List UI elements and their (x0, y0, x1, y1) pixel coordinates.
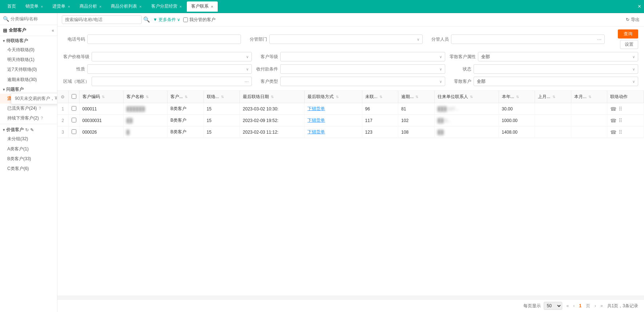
my-customer-checkbox[interactable] (183, 17, 188, 22)
action-phone-icon-0[interactable]: ☎ (610, 106, 616, 112)
search-button[interactable]: 🔍 (143, 16, 150, 23)
person-label: 分管人员 (427, 36, 449, 42)
region-more-icon[interactable]: ··· (245, 78, 249, 84)
customer-level-select[interactable]: ∨ (280, 52, 445, 61)
tab-goods-analysis-close[interactable]: × (99, 4, 101, 9)
payment-select[interactable]: ∨ (280, 64, 445, 74)
zero-attr-select[interactable]: 全部 ∨ (478, 52, 638, 61)
tab-sales[interactable]: 销货单 × (21, 1, 47, 12)
th-overdue[interactable]: 逾期... ⇅ (398, 91, 435, 103)
person-more-icon[interactable]: ··· (597, 36, 601, 42)
th-contact[interactable]: 联络... ⇅ (204, 91, 240, 103)
zero-customer-select[interactable]: 全部 ∨ (474, 77, 638, 86)
sidebar-item-today[interactable]: 今天待联络(0) (0, 45, 57, 55)
td-checkbox-0[interactable] (68, 103, 79, 115)
action-more-icon-1[interactable]: ⠿ (619, 118, 622, 123)
sidebar-search-input[interactable] (11, 16, 54, 21)
sidebar-item-week[interactable]: 近7天待联络(0) (0, 65, 57, 74)
th-contact-person[interactable]: 往来单位联系人 ⇅ (434, 91, 499, 103)
nature-select[interactable]: ∨ (87, 64, 252, 74)
tab-customer-contact[interactable]: 客户联系 × (187, 1, 217, 12)
th-settings[interactable]: ⚙ (57, 91, 68, 103)
action-more-icon-0[interactable]: ⠿ (619, 106, 622, 112)
sidebar-item-churned[interactable]: 已流失客户(24) ? (0, 104, 57, 113)
select-all-checkbox[interactable] (72, 94, 76, 99)
customer-type-label: 客户类型 (256, 78, 278, 85)
th-last-method[interactable]: 最后联络方式 ⇅ (305, 91, 362, 103)
tab-goods-list[interactable]: 商品分析列表 × (106, 1, 146, 12)
customer-type-select[interactable]: ∨ (280, 77, 445, 86)
sidebar-item-overdue[interactable]: 逾期未联络(30) (0, 75, 57, 85)
th-unlinking[interactable]: 未联... ⇅ (362, 91, 398, 103)
td-name-2: █ (123, 126, 167, 138)
action-more-icon-2[interactable]: ⠿ (619, 129, 622, 135)
region-select[interactable]: ··· (92, 77, 252, 86)
tab-purchase[interactable]: 进货单 × (48, 1, 74, 12)
tab-customer-contact-close[interactable]: × (211, 4, 213, 9)
sidebar-item-ungroup[interactable]: 未分组(32) (0, 134, 57, 144)
page-size-select[interactable]: 50 100 200 (544, 302, 562, 310)
zero-attr-chevron-icon: ∨ (632, 55, 635, 59)
td-overdue-1: 102 (398, 115, 435, 126)
first-page-btn[interactable]: « (565, 303, 571, 309)
value-refresh-icon[interactable]: ↻ (25, 127, 29, 133)
sidebar-section-pending[interactable]: ▾ 待联络客户 (0, 36, 57, 45)
person-select[interactable]: ··· (451, 35, 605, 44)
scrollbar-area[interactable] (57, 296, 644, 299)
tab-customer-tier[interactable]: 客户分层经营 × (147, 1, 186, 12)
zero-customer-label: 零散客户 (450, 78, 471, 85)
tab-goods-list-close[interactable]: × (139, 4, 141, 9)
action-phone-icon-2[interactable]: ☎ (610, 129, 616, 135)
problem-arrow: ▾ (3, 88, 5, 92)
tab-home[interactable]: 首页 (3, 1, 20, 12)
window-close-icon[interactable]: × (638, 3, 641, 10)
td-last-method-2[interactable]: 下销货单 (305, 126, 362, 138)
td-checkbox-1[interactable] (68, 115, 79, 126)
sidebar-collapse-btn[interactable]: « (52, 28, 54, 33)
sidebar-item-declining[interactable]: 持续下滑客户(2) ? (0, 113, 57, 123)
sidebar-section-value[interactable]: ▾ 价值客户 ↻ ✎ (0, 125, 57, 134)
tab-sales-close[interactable]: × (41, 4, 43, 9)
next-page-btn[interactable]: › (593, 303, 597, 309)
phone-input[interactable] (87, 35, 241, 44)
more-conditions-btn[interactable]: ▼ 更多条件 ∨ (153, 17, 180, 23)
prev-page-btn[interactable]: ‹ (572, 303, 576, 309)
th-level[interactable]: 客户... ⇅ (167, 91, 204, 103)
customer-level-label: 客户等级 (256, 54, 278, 60)
filter-bar: 🔍 ▼ 更多条件 ∨ 我分管的客户 ↻ 导出 (57, 13, 644, 27)
sidebar-section-problem[interactable]: ▾ 问题客户 (0, 85, 57, 94)
sidebar-item-tomorrow[interactable]: 明天待联络(1) (0, 55, 57, 65)
advanced-filter-panel: 电话号码 分管部门 ∨ 分管人员 ··· (57, 27, 644, 91)
tab-goods-analysis[interactable]: 商品分析 × (75, 1, 106, 12)
th-this-month[interactable]: 本月... ⇅ (571, 91, 607, 103)
th-last-month[interactable]: 上月... ⇅ (535, 91, 571, 103)
tab-purchase-close[interactable]: × (68, 4, 70, 9)
td-last-method-0[interactable]: 下销货单 (305, 103, 362, 115)
query-button[interactable]: 查询 (618, 29, 638, 39)
my-customer-checkbox-label[interactable]: 我分管的客户 (183, 17, 216, 23)
settings-button[interactable]: 设置 (620, 40, 638, 49)
th-code[interactable]: 客户编码 ⇅ (79, 91, 123, 103)
export-btn[interactable]: ↻ 导出 (626, 17, 640, 23)
price-level-select[interactable]: ∨ (92, 52, 252, 61)
tab-customer-tier-close[interactable]: × (180, 4, 182, 9)
td-checkbox-2[interactable] (68, 126, 79, 138)
last-page-btn[interactable]: » (599, 303, 604, 309)
status-select[interactable]: ∨ (474, 64, 638, 74)
sidebar: 🔍 ⊞ 全部客户 « ▾ 待联络客户 今天待联络(0) 明天待联络(1) 近7天… (0, 13, 57, 312)
dept-select[interactable]: ∨ (269, 35, 423, 44)
search-input[interactable] (62, 15, 142, 24)
current-page: 1 (577, 303, 583, 309)
th-last-date[interactable]: 最后联络日期 ⇅ (240, 91, 305, 103)
value-edit-icon[interactable]: ✎ (30, 127, 34, 133)
th-name[interactable]: 客户名称 ⇅ (123, 91, 167, 103)
sidebar-root[interactable]: ⊞ 全部客户 « (0, 25, 57, 36)
sidebar-item-class-b[interactable]: B类客户(33) (0, 154, 57, 164)
th-this-year[interactable]: 本年... ⇅ (499, 91, 535, 103)
td-last-method-1[interactable]: 下销货单 (305, 115, 362, 126)
sidebar-item-class-c[interactable]: C类客户(6) (0, 164, 57, 174)
td-contact-0: 15 (204, 103, 240, 115)
action-phone-icon-1[interactable]: ☎ (610, 118, 616, 123)
sidebar-item-class-a[interactable]: A类客户(1) (0, 144, 57, 154)
th-checkbox[interactable] (68, 91, 79, 103)
